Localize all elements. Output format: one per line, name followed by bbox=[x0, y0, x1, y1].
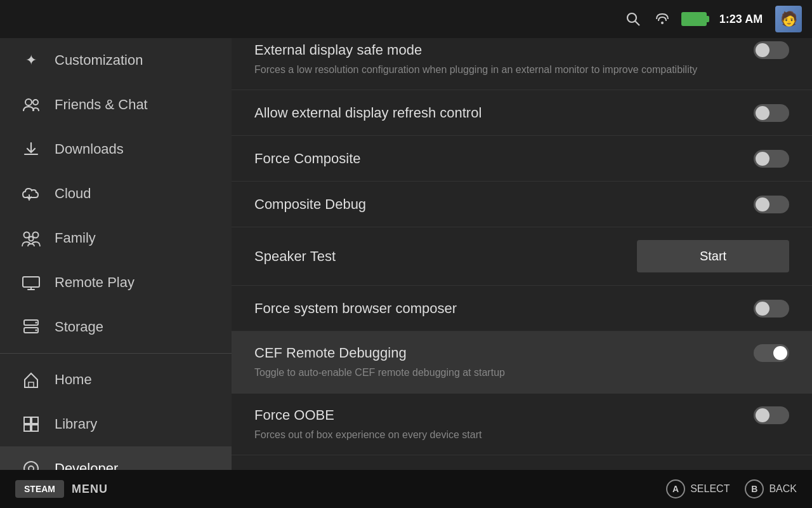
svg-point-11 bbox=[36, 322, 37, 324]
svg-point-12 bbox=[36, 330, 37, 331]
sidebar-item-remote-play[interactable]: Remote Play bbox=[0, 260, 232, 305]
setting-label-cef-remote-debugging: CEF Remote Debugging bbox=[254, 345, 407, 361]
family-icon bbox=[20, 227, 42, 249]
sidebar-item-friends-chat[interactable]: Friends & Chat bbox=[0, 83, 232, 127]
toggle-external-display-safe-mode[interactable] bbox=[754, 41, 789, 59]
sidebar-item-storage[interactable]: Storage bbox=[0, 305, 232, 349]
cloud-icon bbox=[20, 183, 42, 204]
toggle-composite-debug[interactable] bbox=[754, 196, 789, 213]
setting-row-force-composite: Force Composite bbox=[232, 136, 812, 182]
setting-desc-external-display-safe-mode: Forces a low resolution configuration wh… bbox=[254, 63, 697, 77]
steam-button[interactable]: STEAM bbox=[15, 480, 64, 498]
setting-row-allow-external-display-refresh: Allow external display refresh control bbox=[232, 90, 812, 136]
sidebar-label-downloads: Downloads bbox=[55, 141, 124, 157]
select-label: SELECT bbox=[690, 483, 730, 495]
sidebar-label-remote-play: Remote Play bbox=[55, 274, 134, 291]
setting-label-speaker-test: Speaker Test bbox=[254, 248, 336, 265]
sidebar-item-library[interactable]: Library bbox=[0, 402, 232, 446]
svg-rect-8 bbox=[23, 277, 39, 287]
sidebar-label-customization: Customization bbox=[55, 52, 143, 69]
sidebar-label-library: Library bbox=[55, 416, 97, 432]
speaker-test-start-button[interactable]: Start bbox=[637, 240, 789, 272]
main-content: Disabling power management may increase … bbox=[232, 0, 812, 470]
svg-point-7 bbox=[29, 237, 34, 241]
setting-label-force-composite: Force Composite bbox=[254, 150, 361, 167]
time-display: 1:23 AM bbox=[716, 13, 766, 26]
battery-icon bbox=[681, 12, 707, 26]
setting-row-speaker-test: Speaker Test Start bbox=[232, 227, 812, 286]
setting-label-composite-debug: Composite Debug bbox=[254, 196, 366, 213]
bottom-controls-group: A SELECT B BACK bbox=[666, 479, 797, 498]
back-label: BACK bbox=[769, 483, 797, 495]
sidebar-label-friends: Friends & Chat bbox=[55, 97, 148, 113]
setting-row-force-oobe: Force OOBE Forces out of box experience … bbox=[232, 394, 812, 455]
toggle-force-composite[interactable] bbox=[754, 150, 789, 168]
remote-play-icon bbox=[20, 272, 42, 293]
svg-point-2 bbox=[661, 22, 664, 24]
toggle-force-oobe[interactable] bbox=[754, 406, 789, 424]
bottom-bar: STEAM MENU A SELECT B BACK bbox=[0, 470, 812, 508]
avatar[interactable]: 🧑 bbox=[775, 6, 802, 32]
sidebar-label-family: Family bbox=[55, 230, 96, 246]
svg-rect-16 bbox=[24, 425, 30, 431]
sidebar-item-downloads[interactable]: Downloads bbox=[0, 127, 232, 171]
downloads-icon bbox=[20, 138, 42, 160]
svg-rect-17 bbox=[32, 425, 38, 431]
broadcast-icon[interactable] bbox=[652, 9, 672, 29]
back-btn-circle: B bbox=[745, 479, 764, 498]
svg-point-4 bbox=[33, 100, 38, 105]
top-bar: 1:23 AM 🧑 bbox=[0, 0, 812, 38]
select-control: A SELECT bbox=[666, 479, 730, 498]
storage-icon bbox=[20, 316, 42, 338]
sidebar-label-storage: Storage bbox=[55, 319, 103, 335]
svg-point-5 bbox=[24, 232, 30, 238]
toggle-allow-external-display-refresh[interactable] bbox=[754, 104, 789, 122]
setting-row-cef-remote-debugging: CEF Remote Debugging Toggle to auto-enab… bbox=[232, 331, 812, 393]
sidebar-label-cloud: Cloud bbox=[55, 185, 91, 202]
svg-rect-15 bbox=[32, 417, 38, 424]
sidebar-item-family[interactable]: Family bbox=[0, 216, 232, 260]
toggle-force-system-browser-composer[interactable] bbox=[754, 300, 789, 318]
library-icon bbox=[20, 413, 42, 435]
friends-icon bbox=[20, 94, 42, 116]
menu-label: MENU bbox=[72, 483, 108, 496]
sidebar-item-home[interactable]: Home bbox=[0, 358, 232, 402]
svg-line-1 bbox=[636, 22, 640, 26]
setting-label-force-system-browser-composer: Force system browser composer bbox=[254, 300, 457, 317]
setting-label-allow-external-display-refresh: Allow external display refresh control bbox=[254, 105, 481, 121]
setting-row-composite-debug: Composite Debug bbox=[232, 182, 812, 227]
svg-rect-13 bbox=[29, 382, 34, 387]
select-btn-circle: A bbox=[666, 479, 685, 498]
svg-point-6 bbox=[33, 232, 39, 238]
setting-desc-force-oobe: Forces out of box experience on every de… bbox=[254, 428, 481, 442]
search-icon[interactable] bbox=[623, 9, 643, 29]
svg-point-0 bbox=[627, 13, 636, 22]
steam-menu-group: STEAM MENU bbox=[15, 480, 108, 498]
home-icon bbox=[20, 369, 42, 391]
sidebar-item-customization[interactable]: ✦ Customization bbox=[0, 38, 232, 83]
sidebar: ✦ Customization Friends & Chat Downloads bbox=[0, 0, 232, 508]
customization-icon: ✦ bbox=[20, 50, 42, 71]
sidebar-label-home: Home bbox=[55, 371, 92, 388]
sidebar-item-cloud[interactable]: Cloud bbox=[0, 171, 232, 216]
setting-label-external-display-safe-mode: External display safe mode bbox=[254, 42, 422, 58]
svg-point-3 bbox=[25, 99, 32, 105]
setting-row-force-system-browser-composer: Force system browser composer bbox=[232, 286, 812, 331]
toggle-cef-remote-debugging[interactable] bbox=[754, 344, 789, 362]
back-control: B BACK bbox=[745, 479, 797, 498]
svg-rect-14 bbox=[24, 417, 30, 424]
setting-desc-cef-remote-debugging: Toggle to auto-enable CEF remote debuggi… bbox=[254, 366, 505, 380]
setting-label-force-oobe: Force OOBE bbox=[254, 407, 334, 424]
